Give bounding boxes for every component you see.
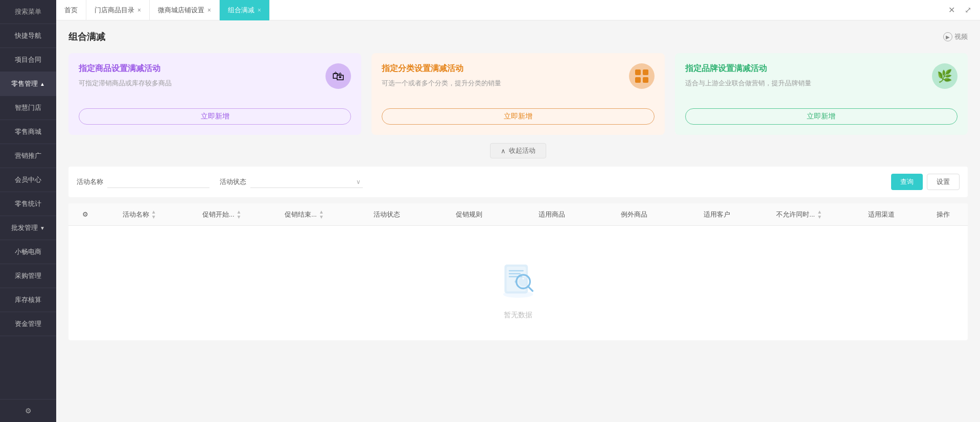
sidebar-item-label: 项目合同 [15, 55, 41, 64]
sort-icon: ▲▼ [151, 209, 156, 220]
sidebar-item-xiaochang-ecom[interactable]: 小畅电商 [0, 240, 56, 264]
th-promo-end-label: 促销结束... [285, 210, 317, 219]
activity-name-filter: 活动名称 [77, 176, 209, 188]
sidebar-item-wholesale-mgmt[interactable]: 批发管理 ▼ [0, 216, 56, 240]
category-promo-card: 指定分类设置满减活动 可选一个或者多个分类，提升分类的销量 立即新增 [371, 53, 664, 135]
svg-rect-8 [509, 273, 521, 275]
svg-point-13 [515, 280, 517, 283]
tab-wechat-store-close[interactable]: × [207, 7, 211, 14]
sort-icon: ▲▼ [817, 209, 822, 220]
th-applicable-goods: 适用商品 [510, 210, 593, 219]
sidebar-item-smart-store[interactable]: 智慧门店 [0, 96, 56, 120]
product-card-desc: 可指定滞销商品或库存较多商品 [79, 78, 351, 101]
th-promo-rule-label: 促销规则 [456, 210, 482, 219]
category-card-title: 指定分类设置满减活动 [382, 63, 654, 74]
activity-name-label: 活动名称 [77, 177, 103, 186]
tab-store-catalog-close[interactable]: × [137, 7, 141, 14]
sidebar-item-retail-mall[interactable]: 零售商城 [0, 120, 56, 144]
promo-cards-row: 🛍 指定商品设置满减活动 可指定滞销商品或库存较多商品 立即新增 指定分类设置满… [68, 53, 968, 135]
video-link[interactable]: ▶ 视频 [943, 32, 968, 41]
filter-actions: 查询 设置 [891, 174, 960, 190]
svg-point-14 [522, 278, 524, 279]
svg-rect-7 [509, 270, 524, 272]
th-promo-start-label: 促销开始... [202, 210, 235, 219]
sidebar-item-inventory-calc[interactable]: 库存核算 [0, 288, 56, 312]
product-card-icon: 🛍 [325, 63, 351, 89]
th-exception-goods-label: 例外商品 [621, 210, 647, 219]
query-button[interactable]: 查询 [891, 174, 923, 190]
category-card-desc: 可选一个或者多个分类，提升分类的销量 [382, 78, 654, 101]
activity-name-input[interactable] [107, 176, 209, 188]
close-all-button[interactable]: ✕ [945, 4, 958, 16]
brand-promo-card: 🌿 指定品牌设置满减活动 适合与上游企业联合做营销，提升品牌销量 立即新增 [675, 53, 968, 135]
page-header: 组合满减 ▶ 视频 [68, 31, 968, 43]
th-promo-end[interactable]: 促销结束... ▲▼ [263, 209, 345, 220]
page-title: 组合满减 [68, 31, 105, 43]
sidebar-item-label: 采购管理 [15, 271, 41, 280]
activity-status-select[interactable] [250, 176, 363, 188]
sidebar-item-label: 会员中心 [15, 175, 41, 184]
activity-status-filter: 活动状态 ∨ [220, 176, 363, 188]
data-table: ⚙ 活动名称 ▲▼ 促销开始... ▲▼ 促销结束... ▲▼ 活动状态 [68, 203, 968, 340]
tab-combo-discount[interactable]: 组合满减 × [220, 0, 270, 20]
sidebar-item-quick-nav[interactable]: 快捷导航 [0, 24, 56, 48]
th-not-allow-concurrent-label: 不允许同时... [776, 210, 815, 219]
brand-card-icon: 🌿 [932, 63, 958, 89]
th-gear[interactable]: ⚙ [73, 210, 98, 218]
tab-combo-discount-close[interactable]: × [258, 7, 261, 14]
table-header: ⚙ 活动名称 ▲▼ 促销开始... ▲▼ 促销结束... ▲▼ 活动状态 [68, 203, 968, 226]
collapse-bar: ∧ 收起活动 [68, 143, 968, 158]
brand-card-desc: 适合与上游企业联合做营销，提升品牌销量 [685, 78, 958, 101]
filter-row: 活动名称 活动状态 ∨ 查询 设置 [68, 167, 968, 197]
sidebar-item-label: 零售统计 [15, 199, 41, 208]
th-promo-start[interactable]: 促销开始... ▲▼ [180, 209, 263, 220]
category-card-icon [629, 63, 655, 89]
svg-rect-1 [643, 69, 648, 75]
svg-line-12 [528, 286, 532, 291]
sidebar-search[interactable]: 搜索菜单 [0, 0, 56, 24]
sidebar-item-retail-mgmt[interactable]: 零售管理 ▲ [0, 72, 56, 96]
th-applicable-channel-label: 适用渠道 [868, 210, 895, 219]
chevron-up-icon: ▲ [40, 81, 45, 87]
sidebar-settings-btn[interactable]: ⚙ [0, 399, 56, 422]
tab-wechat-store[interactable]: 微商城店铺设置 × [150, 0, 220, 20]
sidebar-item-label: 智慧门店 [15, 103, 41, 112]
sidebar-item-member-center[interactable]: 会员中心 [0, 168, 56, 192]
gear-icon: ⚙ [82, 210, 88, 218]
sidebar-item-purchase-mgmt[interactable]: 采购管理 [0, 264, 56, 288]
sidebar-item-project-contract[interactable]: 项目合同 [0, 48, 56, 72]
sidebar-item-label: 快捷导航 [15, 31, 41, 40]
sidebar-item-label: 资金管理 [15, 319, 41, 329]
sidebar-item-retail-stats[interactable]: 零售统计 [0, 192, 56, 216]
brand-card-title: 指定品牌设置满减活动 [685, 63, 958, 74]
th-not-allow-concurrent[interactable]: 不允许同时... ▲▼ [758, 209, 840, 220]
sidebar-item-marketing[interactable]: 营销推广 [0, 144, 56, 168]
brand-card-add-btn[interactable]: 立即新增 [685, 108, 958, 125]
svg-rect-0 [635, 69, 641, 75]
tab-home[interactable]: 首页 [56, 0, 86, 20]
tab-store-catalog[interactable]: 门店商品目录 × [86, 0, 150, 20]
product-card-add-btn[interactable]: 立即新增 [79, 108, 351, 125]
maximize-button[interactable]: ⤢ [962, 4, 974, 16]
svg-rect-3 [643, 77, 648, 83]
sidebar-item-label: 库存核算 [15, 295, 41, 304]
category-card-add-btn[interactable]: 立即新增 [382, 108, 654, 125]
tabbar-actions: ✕ ⤢ [945, 4, 980, 16]
empty-state: 暂无数据 [68, 226, 968, 340]
empty-illustration [493, 256, 544, 302]
tab-combo-discount-label: 组合满减 [228, 6, 254, 15]
sidebar-item-label: 零售管理 [11, 79, 38, 88]
play-icon: ▶ [943, 32, 952, 41]
th-activity-name[interactable]: 活动名称 ▲▼ [98, 209, 180, 220]
video-label: 视频 [954, 32, 968, 41]
activity-status-label: 活动状态 [220, 177, 246, 186]
tab-home-label: 首页 [64, 6, 78, 15]
activity-status-select-wrap: ∨ [250, 176, 363, 188]
product-promo-card: 🛍 指定商品设置满减活动 可指定滞销商品或库存较多商品 立即新增 [68, 53, 361, 135]
setting-button[interactable]: 设置 [927, 174, 960, 190]
collapse-btn[interactable]: ∧ 收起活动 [490, 143, 546, 158]
th-promo-rule: 促销规则 [428, 210, 510, 219]
sidebar-item-fund-mgmt[interactable]: 资金管理 [0, 312, 56, 336]
svg-rect-2 [635, 77, 641, 83]
product-card-title: 指定商品设置满减活动 [79, 63, 351, 74]
